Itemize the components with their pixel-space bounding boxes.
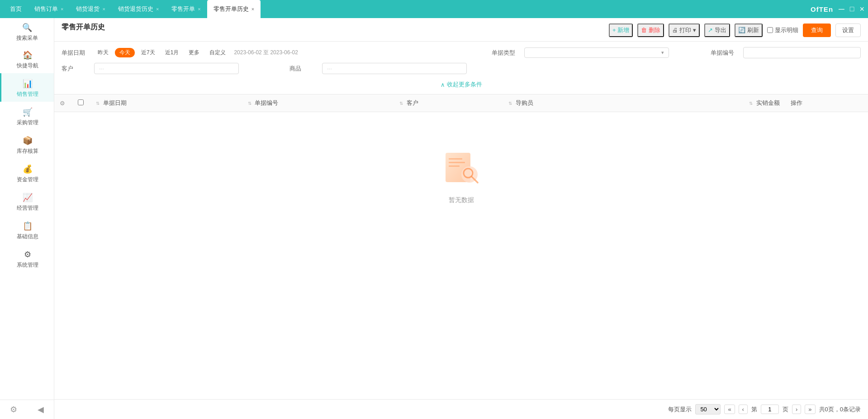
filter-area: 单据日期 昨天 今天 近7天 近1月 更多 自定义 2023-06-02 至 2… (54, 42, 868, 94)
svg-rect-3 (449, 165, 460, 167)
date-option-7days[interactable]: 近7天 (138, 48, 159, 57)
add-button[interactable]: + 新增 (609, 24, 633, 37)
display-detail-checkbox[interactable]: 显示明细 (767, 26, 798, 34)
date-range-display: 2023-06-02 至 2023-06-02 (234, 49, 298, 56)
number-label: 单据编号 (711, 49, 736, 57)
export-button[interactable]: ↗ 导出 (704, 24, 730, 37)
tab-retail-history[interactable]: 零售开单历史 × (207, 0, 261, 18)
sort-date-icon: ⇅ (96, 101, 100, 106)
col-customer[interactable]: ⇅ 客户 (394, 94, 503, 112)
last-page-button[interactable]: » (805, 405, 815, 414)
table-settings-header: ⚙ (54, 94, 72, 112)
sidebar-item-quicknav[interactable]: 🏠 快捷导航 (0, 45, 54, 73)
date-option-more[interactable]: 更多 (185, 48, 203, 57)
sort-customer-icon: ⇅ (399, 101, 403, 106)
sidebar-item-sales[interactable]: 📊 销售管理 (0, 73, 54, 102)
print-button[interactable]: 🖨 打印 ▾ (669, 24, 700, 37)
sidebar-item-finance[interactable]: 💰 资金管理 (0, 159, 54, 187)
table-header-row: ⚙ ⇅ 单据日期 ⇅ 单据编号 (54, 94, 868, 112)
next-page-button[interactable]: › (792, 405, 801, 414)
sidebar-item-purchase[interactable]: 🛒 采购管理 (0, 102, 54, 130)
number-input[interactable] (743, 47, 861, 58)
prev-page-button[interactable]: ‹ (739, 405, 748, 414)
close-icon[interactable]: × (61, 6, 63, 12)
collapse-icon: ∧ (441, 81, 445, 88)
type-label: 单据类型 (492, 49, 517, 57)
system-icon: ⚙ (24, 250, 31, 259)
sidebar: 🔍 搜索采单 🏠 快捷导航 📊 销售管理 🛒 采购管理 📦 库存核算 💰 资金管… (0, 18, 54, 419)
goods-input[interactable]: ··· (322, 63, 467, 74)
sidebar-item-operations[interactable]: 📈 经营管理 (0, 187, 54, 216)
content-area: 零售开单历史 + 新增 🗑 删除 🖨 打印 ▾ ↗ 导出 (54, 18, 868, 419)
settings-icon[interactable]: ⚙ (10, 405, 17, 414)
finance-icon: 💰 (23, 164, 33, 174)
date-option-1month[interactable]: 近1月 (161, 48, 183, 57)
col-amount[interactable]: ⇅ 实销金额 (633, 94, 785, 112)
brand-label: OfTEn (811, 5, 833, 13)
sidebar-footer: ⚙ ◀ (0, 400, 54, 419)
operations-icon: 📈 (23, 193, 33, 202)
sort-number-icon: ⇅ (248, 101, 251, 106)
sidebar-item-inventory[interactable]: 📦 库存核算 (0, 130, 54, 159)
collapse-button[interactable]: ∧ 收起更多条件 (441, 80, 482, 89)
tab-sales-return[interactable]: 销货退货 × (70, 0, 111, 18)
date-label: 单据日期 (62, 49, 87, 57)
col-number[interactable]: ⇅ 单据编号 (242, 94, 394, 112)
sidebar-item-system[interactable]: ⚙ 系统管理 (0, 244, 54, 273)
table-checkbox-header (72, 94, 90, 112)
col-date[interactable]: ⇅ 单据日期 (90, 94, 242, 112)
per-page-select[interactable]: 50 100 200 (695, 404, 721, 414)
filter-row-2: 客户 ··· 商品 ··· (62, 63, 861, 74)
svg-rect-2 (449, 162, 465, 163)
type-dropdown-icon: ▾ (661, 50, 664, 56)
date-option-today[interactable]: 今天 (115, 48, 135, 57)
per-page-label: 每页显示 (668, 405, 692, 414)
customer-input[interactable]: ··· (94, 63, 239, 74)
table-container: ⚙ ⇅ 单据日期 ⇅ 单据编号 (54, 94, 868, 399)
type-select-wrapper[interactable]: ▾ (524, 47, 669, 58)
sort-amount-icon: ⇅ (749, 101, 753, 106)
collapse-row: ∧ 收起更多条件 (62, 79, 861, 89)
col-action: 操作 (785, 94, 868, 112)
page-input[interactable] (761, 405, 779, 414)
empty-text: 暂无数据 (449, 196, 474, 204)
select-all-checkbox[interactable] (78, 99, 84, 105)
collapse-sidebar-icon[interactable]: ◀ (38, 405, 44, 414)
sort-guide-icon: ⇅ (508, 101, 512, 106)
top-nav-right: OfTEn ─ □ × (811, 5, 864, 14)
tab-retail-open[interactable]: 零售开单 × (165, 0, 207, 18)
close-icon[interactable]: × (198, 6, 200, 12)
setting-button[interactable]: 设置 (835, 24, 861, 37)
page-header-area: 零售开单历史 + 新增 🗑 删除 🖨 打印 ▾ ↗ 导出 (54, 18, 868, 42)
date-option-yesterday[interactable]: 昨天 (94, 48, 112, 57)
delete-button[interactable]: 🗑 删除 (637, 24, 664, 37)
page-title: 零售开单历史 (62, 23, 105, 32)
window-maximize-icon[interactable]: □ (850, 5, 854, 13)
tab-home[interactable]: 首页 (4, 0, 28, 18)
sidebar-search[interactable]: 🔍 搜索采单 (0, 18, 54, 45)
query-button[interactable]: 查询 (803, 24, 831, 37)
purchase-icon: 🛒 (23, 107, 33, 117)
window-minimize-icon[interactable]: ─ (839, 5, 844, 14)
first-page-button[interactable]: « (724, 405, 735, 414)
close-icon[interactable]: × (156, 6, 159, 12)
sidebar-item-basic-info[interactable]: 📋 基础信息 (0, 216, 54, 244)
customer-label: 客户 (62, 65, 87, 73)
page-label: 第 (751, 405, 757, 414)
home-icon: 🏠 (23, 50, 33, 60)
date-options: 昨天 今天 近7天 近1月 更多 自定义 2023-06-02 至 2023-0… (94, 48, 298, 57)
basic-info-icon: 📋 (23, 221, 33, 231)
refresh-button[interactable]: 🔄 刷新 (735, 24, 763, 37)
tab-sales-order[interactable]: 销售订单 × (28, 0, 70, 18)
close-icon[interactable]: × (251, 6, 254, 12)
inventory-icon: 📦 (23, 136, 33, 146)
table-settings-icon[interactable]: ⚙ (60, 100, 65, 107)
main-layout: 🔍 搜索采单 🏠 快捷导航 📊 销售管理 🛒 采购管理 📦 库存核算 💰 资金管… (0, 18, 868, 419)
tab-sales-return-history[interactable]: 销货退货历史 × (112, 0, 165, 18)
date-option-custom[interactable]: 自定义 (206, 48, 229, 57)
close-icon[interactable]: × (102, 6, 105, 12)
window-close-icon[interactable]: × (859, 5, 864, 14)
sales-icon: 📊 (23, 79, 33, 89)
col-guide[interactable]: ⇅ 导购员 (503, 94, 633, 112)
filter-row-1: 单据日期 昨天 今天 近7天 近1月 更多 自定义 2023-06-02 至 2… (62, 47, 861, 58)
